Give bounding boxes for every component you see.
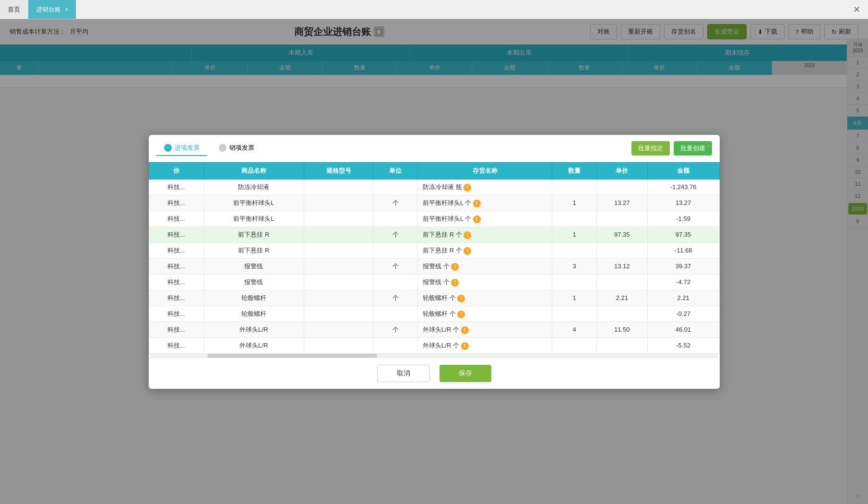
cell-spec [304, 258, 373, 274]
modal-header: ↑ 进项发票 ↓ 销项发票 批量指定 批量创建 × [149, 135, 720, 162]
table-row[interactable]: 科技...外球头L/R外球头L/R 个 !-5.52 [149, 337, 719, 353]
cell-supplier: 科技... [149, 337, 203, 353]
cell-price [596, 179, 647, 195]
cell-product: 报警线 [203, 274, 304, 290]
cell-product: 前下悬挂 R [203, 242, 304, 258]
cell-qty [552, 274, 597, 290]
warn-icon: ! [461, 342, 469, 350]
modal-table-wrapper: 你 商品名称 规格型号 单位 存货名称 数量 单价 金额 科技...防冻冷却液防… [149, 162, 720, 354]
cell-unit [373, 211, 418, 227]
batch-assign-button[interactable]: 批量指定 [631, 141, 670, 156]
cell-spec [304, 242, 373, 258]
cell-unit: 个 [373, 195, 418, 211]
cell-unit: 个 [373, 290, 418, 306]
cell-qty: 1 [552, 195, 597, 211]
cell-unit: 个 [373, 227, 418, 242]
cell-unit [373, 306, 418, 322]
modal-close-button[interactable]: × [707, 141, 712, 151]
inventory-name: 前下悬挂 R 个 [423, 231, 462, 238]
inventory-name: 前平衡杆球头L 个 [423, 199, 471, 206]
modal-tab-purchase[interactable]: ↑ 进项发票 [156, 141, 207, 156]
cell-price: 11.50 [596, 322, 647, 337]
cell-price [596, 242, 647, 258]
cell-unit: 个 [373, 258, 418, 274]
cell-price [596, 211, 647, 227]
cell-qty: 1 [552, 290, 597, 306]
warn-icon: ! [457, 295, 465, 302]
cell-spec [304, 337, 373, 353]
inventory-name: 前下悬挂 R 个 [423, 247, 462, 254]
cell-amount: -1.59 [647, 211, 719, 227]
tab-journal[interactable]: 进销台账 × [28, 0, 76, 19]
table-row[interactable]: 科技...前平衡杆球头L个前平衡杆球头L 个 !113.2713.27 [149, 195, 719, 211]
inventory-name: 前平衡杆球头L 个 [423, 215, 471, 222]
table-row[interactable]: 科技...防冻冷却液防冻冷却液 瓶 !-1,243.76 [149, 179, 719, 195]
cell-product: 外球头L/R [203, 322, 304, 337]
cell-price: 97.35 [596, 227, 647, 242]
cell-spec [304, 290, 373, 306]
save-button[interactable]: 保存 [440, 365, 491, 382]
cell-spec [304, 274, 373, 290]
modal-tab-sales[interactable]: ↓ 销项发票 [211, 141, 262, 156]
invoice-table: 你 商品名称 规格型号 单位 存货名称 数量 单价 金额 科技...防冻冷却液防… [149, 162, 720, 354]
batch-create-button[interactable]: 批量创建 [674, 141, 712, 156]
cell-price [596, 337, 647, 353]
th-price: 单价 [596, 162, 647, 179]
cancel-button[interactable]: 取消 [377, 365, 430, 382]
warn-icon: ! [464, 231, 471, 239]
th-supplier: 你 [149, 162, 203, 179]
cell-qty [552, 337, 597, 353]
cell-price: 13.27 [596, 195, 647, 211]
cell-supplier: 科技... [149, 274, 203, 290]
cell-inventory: 前平衡杆球头L 个 ! [418, 211, 552, 227]
inventory-name: 防冻冷却液 瓶 [423, 183, 462, 191]
table-row[interactable]: 科技...前下悬挂 R个前下悬挂 R 个 !197.3597.35 [149, 227, 719, 242]
tab-bar: 首页 进销台账 × ✕ [0, 0, 868, 19]
cell-qty: 1 [552, 227, 597, 242]
cell-price: 2.21 [596, 290, 647, 306]
cell-supplier: 科技... [149, 211, 203, 227]
cell-supplier: 科技... [149, 306, 203, 322]
cell-unit [373, 242, 418, 258]
window-close-button[interactable]: ✕ [845, 0, 868, 19]
cell-amount: 97.35 [647, 227, 719, 242]
warn-icon: ! [464, 247, 471, 255]
cell-qty [552, 306, 597, 322]
cell-product: 外球头L/R [203, 337, 304, 353]
scrollbar-thumb[interactable] [207, 354, 378, 358]
cell-spec [304, 227, 373, 242]
tab-journal-close[interactable]: × [65, 6, 68, 13]
th-qty: 数量 [552, 162, 597, 179]
table-row[interactable]: 科技...报警线报警线 个 !-4.72 [149, 274, 719, 290]
warn-icon: ! [473, 216, 481, 223]
warn-icon: ! [451, 279, 459, 287]
cell-supplier: 科技... [149, 195, 203, 211]
warn-icon: ! [451, 263, 459, 271]
cell-qty [552, 211, 597, 227]
table-row[interactable]: 科技...报警线个报警线 个 !313.1239.37 [149, 258, 719, 274]
inventory-name: 报警线 个 [423, 278, 450, 286]
cell-amount: -5.52 [647, 337, 719, 353]
cell-inventory: 轮毂螺杆 个 ! [418, 290, 552, 306]
cell-amount: -11.68 [647, 242, 719, 258]
cell-inventory: 前平衡杆球头L 个 ! [418, 195, 552, 211]
table-row[interactable]: 科技...轮毂螺杆轮毂螺杆 个 !-0.27 [149, 306, 719, 322]
table-row[interactable]: 科技...前下悬挂 R前下悬挂 R 个 !-11.68 [149, 242, 719, 258]
table-row[interactable]: 科技...外球头L/R个外球头L/R 个 !411.5046.01 [149, 322, 719, 337]
cell-inventory: 报警线 个 ! [418, 274, 552, 290]
cell-supplier: 科技... [149, 242, 203, 258]
cell-price [596, 274, 647, 290]
modal-overlay: ↑ 进项发票 ↓ 销项发票 批量指定 批量创建 × 你 [0, 19, 868, 504]
table-row[interactable]: 科技...前平衡杆球头L前平衡杆球头L 个 !-1.59 [149, 211, 719, 227]
inventory-name: 外球头L/R 个 [423, 326, 459, 333]
cell-spec [304, 322, 373, 337]
cell-unit: 个 [373, 322, 418, 337]
tab-home[interactable]: 首页 [0, 0, 28, 19]
cell-unit [373, 337, 418, 353]
table-row[interactable]: 科技...轮毂螺杆个轮毂螺杆 个 !12.212.21 [149, 290, 719, 306]
horizontal-scrollbar[interactable] [151, 354, 718, 358]
cell-product: 前下悬挂 R [203, 227, 304, 242]
cell-spec [304, 211, 373, 227]
modal-actions: 批量指定 批量创建 [631, 141, 712, 156]
cell-amount: -1,243.76 [647, 179, 719, 195]
